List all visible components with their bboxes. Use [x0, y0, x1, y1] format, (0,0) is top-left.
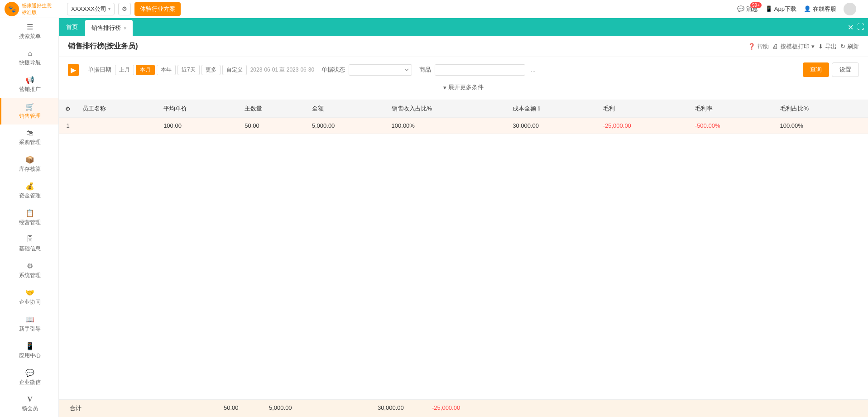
tab-bar-right: ✕ ⛶: [848, 23, 868, 32]
filter-date: 单据日期 上月 本月 本年 近7天 更多 自定义 2023-06-01 至 20…: [88, 65, 314, 75]
maximize-icon[interactable]: ⛶: [857, 23, 864, 31]
home-icon: ⌂: [28, 49, 32, 58]
mobile-icon: 📱: [25, 342, 34, 350]
sidebar-item-label: 经营管理: [19, 219, 41, 226]
sidebar-item-sales[interactable]: 🛒 销售管理: [0, 98, 58, 125]
col-amount: 全额: [307, 100, 386, 118]
footer-qty: [164, 404, 218, 412]
filter-status: 单据状态: [321, 64, 412, 76]
sidebar-item-label: 资金管理: [19, 192, 41, 200]
sidebar-item-apps[interactable]: 📱 应用中心: [0, 337, 58, 364]
trial-button[interactable]: 体验行业方案: [134, 2, 181, 16]
sidebar-item-label: 采购管理: [19, 139, 41, 146]
export-button[interactable]: ⬇ 导出: [818, 43, 837, 51]
settings-icon[interactable]: ⚙: [118, 3, 131, 15]
cell-employee-name: [77, 118, 158, 134]
sidebar-item-basic[interactable]: 🗄 基础信息: [0, 231, 58, 257]
money-icon: 💰: [25, 182, 34, 191]
expand-more-button[interactable]: ▾ 展开更多条件: [68, 81, 859, 94]
avatar[interactable]: [844, 3, 856, 15]
filter-row-1: ▶ 单据日期 上月 本月 本年 近7天 更多 自定义: [68, 62, 859, 77]
table-header-row: ⚙ 员工名称 平均单价 主数量 全额 销售收入占比% 成本全额 ℹ: [59, 100, 868, 118]
vip-icon: V: [27, 395, 33, 403]
tab-home[interactable]: 首页: [59, 18, 85, 36]
date-btn-current-month[interactable]: 本月: [136, 65, 155, 75]
table-settings-icon[interactable]: ⚙: [65, 105, 71, 112]
col-gross-pct: 毛利占比%: [775, 100, 868, 118]
sidebar-item-nav[interactable]: ⌂ 快捷导航: [0, 45, 58, 71]
col-gross-rate: 毛利率: [690, 100, 775, 118]
footer-qty-val: 50.00: [218, 404, 264, 412]
sidebar: ☰ 搜索菜单 ⌂ 快捷导航 📢 营销推广 🛒 销售管理 🛍 采购管理 📦 库: [0, 18, 59, 417]
sidebar-item-label: 系统管理: [19, 272, 41, 279]
sidebar-item-vip[interactable]: V 畅会员: [0, 391, 58, 417]
message-button[interactable]: 💬 消息 99+: [737, 5, 758, 13]
tab-close-icon[interactable]: ×: [124, 25, 126, 31]
refresh-icon: ↻: [840, 43, 845, 50]
cell-gross-pct: 100.00%: [775, 118, 868, 134]
print-icon: 🖨: [772, 43, 778, 50]
tab-bar: 首页 销售排行榜 × ✕ ⛶: [59, 18, 868, 36]
help-button[interactable]: ❓ 帮助: [748, 43, 769, 51]
filter-goods: 商品 ...: [419, 64, 536, 76]
sidebar-item-label: 营销推广: [19, 86, 41, 93]
box-icon: 📦: [25, 155, 34, 164]
footer-label: 合计: [64, 404, 164, 412]
sidebar-item-operations[interactable]: 📋 经营管理: [0, 204, 58, 231]
print-button[interactable]: 🖨 按模板打印 ▾: [772, 43, 815, 51]
sidebar-item-label: 销售管理: [19, 112, 41, 120]
sidebar-item-label: 新手引导: [19, 325, 41, 333]
sales-ranking-table: ⚙ 员工名称 平均单价 主数量 全额 销售收入占比% 成本全额 ℹ: [59, 100, 868, 134]
page-settings-button[interactable]: 设置: [832, 62, 859, 77]
cell-amount: 5,000.00: [307, 118, 386, 134]
sidebar-item-guide[interactable]: 📖 新手引导: [0, 311, 58, 337]
date-btn-7days[interactable]: 近7天: [177, 65, 200, 75]
cell-gross-rate: -500.00%: [690, 118, 775, 134]
cell-avg-price: 100.00: [158, 118, 239, 134]
sidebar-item-label: 快捷导航: [19, 59, 41, 67]
handshake-icon: 🤝: [25, 288, 34, 297]
query-button[interactable]: 查询: [803, 62, 829, 77]
sidebar-item-search[interactable]: ☰ 搜索菜单: [0, 18, 58, 45]
col-settings[interactable]: ⚙: [59, 100, 77, 118]
tab-sales-ranking[interactable]: 销售排行榜 ×: [85, 20, 133, 36]
expand-more-row: ▾ 展开更多条件: [68, 81, 859, 94]
goods-input[interactable]: [435, 64, 525, 76]
online-service-button[interactable]: 👤 在线客服: [804, 5, 836, 13]
sidebar-item-finance[interactable]: 💰 资金管理: [0, 177, 58, 204]
app-download-label: App下载: [774, 5, 796, 13]
date-btn-prev-month[interactable]: 上月: [115, 65, 134, 75]
logo-area: 🐾 畅康通好生意 标准版: [5, 2, 59, 16]
app-download-button[interactable]: 📱 App下载: [765, 5, 796, 13]
logo-icon: 🐾: [5, 2, 19, 16]
close-window-icon[interactable]: ✕: [848, 23, 854, 32]
chevron-down-icon: ▾: [443, 84, 446, 91]
filter-area: ▶ 单据日期 上月 本月 本年 近7天 更多 自定义: [59, 57, 868, 100]
footer-sales-pct: [318, 404, 372, 412]
date-btn-year[interactable]: 本年: [157, 65, 176, 75]
date-btn-more[interactable]: 更多: [201, 65, 221, 75]
filter-date-label: 单据日期: [88, 66, 111, 74]
collapse-filter-button[interactable]: ▶: [68, 64, 79, 76]
goods-more-icon[interactable]: ...: [531, 67, 536, 73]
sidebar-item-system[interactable]: ⚙ 系统管理: [0, 257, 58, 284]
sidebar-item-purchase[interactable]: 🛍 采购管理: [0, 125, 58, 151]
table-footer: 合计 50.00 5,000.00 30,000.00 -25,000.00: [59, 399, 868, 417]
sidebar-item-marketing[interactable]: 📢 营销推广: [0, 71, 58, 98]
cart-icon: 🛒: [25, 102, 34, 111]
message-icon: 💬: [737, 5, 744, 12]
sidebar-item-inventory[interactable]: 📦 库存核算: [0, 151, 58, 177]
page-title: 销售排行榜(按业务员): [68, 42, 138, 51]
sidebar-item-collab[interactable]: 🤝 企业协同: [0, 284, 58, 311]
refresh-button[interactable]: ↻ 刷新: [840, 43, 859, 51]
sidebar-item-wechat[interactable]: 💬 企业微信: [0, 364, 58, 391]
message-badge: 99+: [750, 2, 762, 8]
gear-icon: ⚙: [27, 262, 33, 270]
date-btn-custom[interactable]: 自定义: [222, 65, 247, 75]
status-select[interactable]: [349, 64, 412, 76]
cost-info-icon[interactable]: ℹ: [538, 105, 540, 112]
tab-label: 销售排行榜: [91, 24, 121, 32]
company-selector[interactable]: XXXXXX公司 ▾: [67, 3, 115, 15]
col-cost: 成本全额 ℹ: [507, 100, 597, 118]
filter-action-btns: 查询 设置: [803, 62, 859, 77]
